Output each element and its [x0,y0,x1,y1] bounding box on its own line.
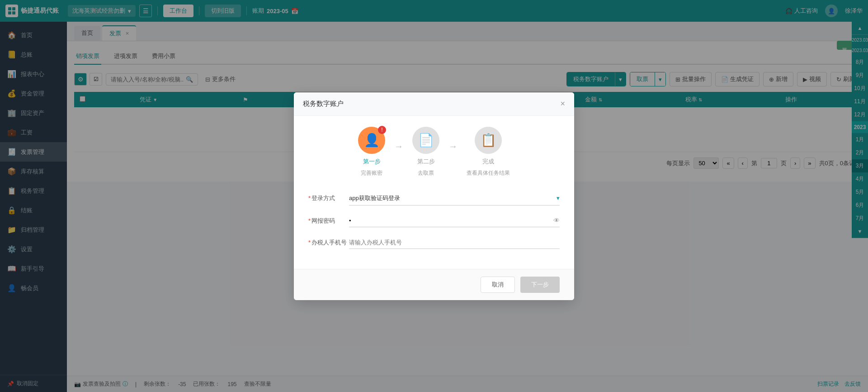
form-row-login-method: 登录方式 app获取验证码登录 ▾ [308,191,560,206]
step-1-label: 第一步 [363,158,381,166]
modal-footer: 取消 下一步 [294,269,574,300]
step-3-circle: 📋 [475,127,502,154]
cancel-button[interactable]: 取消 [481,277,515,293]
phone-input[interactable] [349,236,560,249]
step-3-desc: 查看具体任务结果 [467,169,510,177]
modal-header: 税务数字账户 × [294,92,574,116]
step-2-desc: 去取票 [418,169,434,177]
form-row-password: 网报密码 👁 [308,215,560,227]
step-2-label: 第二步 [417,158,435,166]
login-method-chevron: ▾ [557,195,560,201]
login-method-select[interactable]: app获取验证码登录 ▾ [349,191,560,206]
tax-digital-modal: 税务数字账户 × 👤 ! 第一步 完善账密 → [294,92,574,300]
eye-icon[interactable]: 👁 [553,217,560,224]
step-1-circle: 👤 ! [358,127,385,154]
step-2-icon: 📄 [418,133,434,148]
login-method-value: app获取验证码登录 [349,194,400,202]
modal-overlay[interactable]: 税务数字账户 × 👤 ! 第一步 完善账密 → [0,0,868,392]
step-1-desc: 完善账密 [361,169,382,177]
step-1-badge: ! [378,126,386,134]
step-1: 👤 ! 第一步 完善账密 [358,127,385,177]
phone-input-wrap [349,236,560,249]
step-3: 📋 完成 查看具体任务结果 [467,127,510,177]
phone-label: 办税人手机号 [308,239,349,247]
steps-indicator: 👤 ! 第一步 完善账密 → 📄 第二步 去取票 → [308,127,560,177]
password-label: 网报密码 [308,217,349,225]
modal-body: 👤 ! 第一步 完善账密 → 📄 第二步 去取票 → [294,116,574,269]
step-3-icon: 📋 [481,133,496,148]
step-arrow-1: → [394,141,403,152]
step-arrow-2: → [448,141,458,152]
modal-title: 税务数字账户 [303,100,344,108]
step-2: 📄 第二步 去取票 [412,127,439,177]
next-button[interactable]: 下一步 [520,277,560,293]
step-3-label: 完成 [482,158,494,166]
modal-close-button[interactable]: × [560,100,565,108]
login-method-label: 登录方式 [308,194,349,202]
step-1-icon: 👤 [364,133,380,148]
password-input-wrap: 👁 [349,215,560,227]
form-row-phone: 办税人手机号 [308,236,560,249]
step-2-circle: 📄 [412,127,439,154]
password-input[interactable] [349,215,553,227]
